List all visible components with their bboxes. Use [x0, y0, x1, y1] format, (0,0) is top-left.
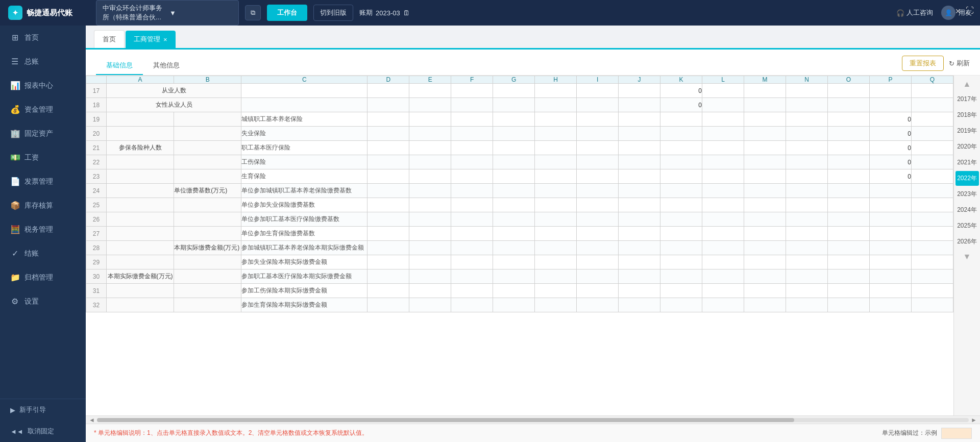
cell-30-d[interactable] [368, 269, 409, 284]
cell-27-k[interactable] [660, 227, 702, 241]
cell-28-c[interactable]: 参加城镇职工基本养老保险本期实际缴费金额 [241, 241, 368, 255]
cell-20-b[interactable] [174, 127, 241, 141]
h-scroll-track[interactable] [97, 418, 969, 422]
cell-25-o[interactable] [827, 198, 869, 212]
sub-tab-basic[interactable]: 基础信息 [96, 57, 143, 75]
cell-21-e[interactable] [409, 141, 451, 155]
cell-24-m[interactable] [744, 184, 786, 198]
cell-24-f[interactable] [451, 184, 493, 198]
cell-28-l[interactable] [702, 241, 744, 255]
cell-22-m[interactable] [744, 155, 786, 169]
cell-28-q[interactable] [911, 241, 953, 255]
cell-29-g[interactable] [493, 255, 535, 269]
cell-19-a[interactable] [107, 112, 174, 127]
cell-27-m[interactable] [744, 227, 786, 241]
year-2018[interactable]: 2018年 [955, 108, 979, 122]
cell-22-k[interactable] [660, 155, 702, 169]
cell-17-m[interactable] [744, 84, 786, 98]
cell-21-d[interactable] [368, 141, 409, 155]
cell-18-e[interactable] [409, 98, 451, 112]
cell-31-m[interactable] [744, 284, 786, 298]
cell-25-l[interactable] [702, 198, 744, 212]
cell-18-k[interactable]: 0 [660, 98, 702, 112]
cell-17-c[interactable] [241, 84, 368, 98]
cell-20-k[interactable] [660, 127, 702, 141]
cell-29-o[interactable] [827, 255, 869, 269]
calendar-icon[interactable]: 🗓 [403, 9, 410, 17]
cell-22-g[interactable] [493, 155, 535, 169]
cell-22-i[interactable] [577, 155, 619, 169]
cell-29-i[interactable] [577, 255, 619, 269]
cell-30-e[interactable] [409, 269, 451, 284]
sidebar-item-closing[interactable]: ✓ 结账 [0, 241, 86, 265]
cell-20-n[interactable] [786, 127, 827, 141]
company-selector[interactable]: 中审众环会计师事务所（特殊普通合伙... ▼ [96, 0, 239, 26]
cell-22-l[interactable] [702, 155, 744, 169]
cell-26-g[interactable] [493, 212, 535, 227]
cell-28-e[interactable] [409, 241, 451, 255]
cell-18-i[interactable] [577, 98, 619, 112]
cell-26-k[interactable] [660, 212, 702, 227]
cell-20-a[interactable] [107, 127, 174, 141]
cell-20-p[interactable]: 0 [869, 127, 911, 141]
cell-31-l[interactable] [702, 284, 744, 298]
cell-25-j[interactable] [619, 198, 660, 212]
year-2020[interactable]: 2020年 [955, 139, 979, 154]
cell-31-q[interactable] [911, 284, 953, 298]
h-scrollbar[interactable]: ◄ ► [86, 415, 980, 424]
cell-17-d[interactable] [368, 84, 409, 98]
cell-25-g[interactable] [493, 198, 535, 212]
cell-22-j[interactable] [619, 155, 660, 169]
cell-26-f[interactable] [451, 212, 493, 227]
cell-29-l[interactable] [702, 255, 744, 269]
cell-24-k[interactable] [660, 184, 702, 198]
cell-25-m[interactable] [744, 198, 786, 212]
cell-24-q[interactable] [911, 184, 953, 198]
cell-25-i[interactable] [577, 198, 619, 212]
cell-23-f[interactable] [451, 169, 493, 184]
cell-31-f[interactable] [451, 284, 493, 298]
tab-business[interactable]: 工商管理 × [126, 31, 176, 48]
cell-21-q[interactable] [911, 141, 953, 155]
cell-18-m[interactable] [744, 98, 786, 112]
cell-26-l[interactable] [702, 212, 744, 227]
cell-32-h[interactable] [535, 298, 577, 312]
cell-30-g[interactable] [493, 269, 535, 284]
cell-18-a[interactable]: 女性从业人员 [107, 98, 241, 112]
cell-24-i[interactable] [577, 184, 619, 198]
cell-19-q[interactable] [911, 112, 953, 127]
cell-21-j[interactable] [619, 141, 660, 155]
cell-21-l[interactable] [702, 141, 744, 155]
cell-26-a[interactable] [107, 212, 174, 227]
cell-27-i[interactable] [577, 227, 619, 241]
cell-31-i[interactable] [577, 284, 619, 298]
cell-26-o[interactable] [827, 212, 869, 227]
cell-25-p[interactable] [869, 198, 911, 212]
cell-28-p[interactable] [869, 241, 911, 255]
cell-21-a[interactable]: 参保各险种人数 [107, 141, 174, 155]
cell-27-n[interactable] [786, 227, 827, 241]
cell-21-h[interactable] [535, 141, 577, 155]
cell-23-k[interactable] [660, 169, 702, 184]
spreadsheet-scroll[interactable]: A B C D E F G H I J K L [86, 76, 953, 415]
cell-24-p[interactable] [869, 184, 911, 198]
cell-23-a[interactable] [107, 169, 174, 184]
cell-20-f[interactable] [451, 127, 493, 141]
cell-25-h[interactable] [535, 198, 577, 212]
year-2025[interactable]: 2025年 [955, 218, 979, 233]
cell-29-a[interactable] [107, 255, 174, 269]
cell-18-n[interactable] [786, 98, 827, 112]
cell-26-n[interactable] [786, 212, 827, 227]
cell-27-c[interactable]: 单位参加生育保险缴费基数 [241, 227, 368, 241]
cell-28-i[interactable] [577, 241, 619, 255]
tab-close-icon[interactable]: × [163, 36, 167, 43]
cell-23-i[interactable] [577, 169, 619, 184]
cell-18-q[interactable] [911, 98, 953, 112]
cell-18-d[interactable] [368, 98, 409, 112]
cell-24-n[interactable] [786, 184, 827, 198]
cell-20-c[interactable]: 失业保险 [241, 127, 368, 141]
cell-27-b[interactable] [174, 227, 241, 241]
cell-31-d[interactable] [368, 284, 409, 298]
cell-26-c[interactable]: 单位参加职工基本医疗保险缴费基数 [241, 212, 368, 227]
cell-21-p[interactable]: 0 [869, 141, 911, 155]
